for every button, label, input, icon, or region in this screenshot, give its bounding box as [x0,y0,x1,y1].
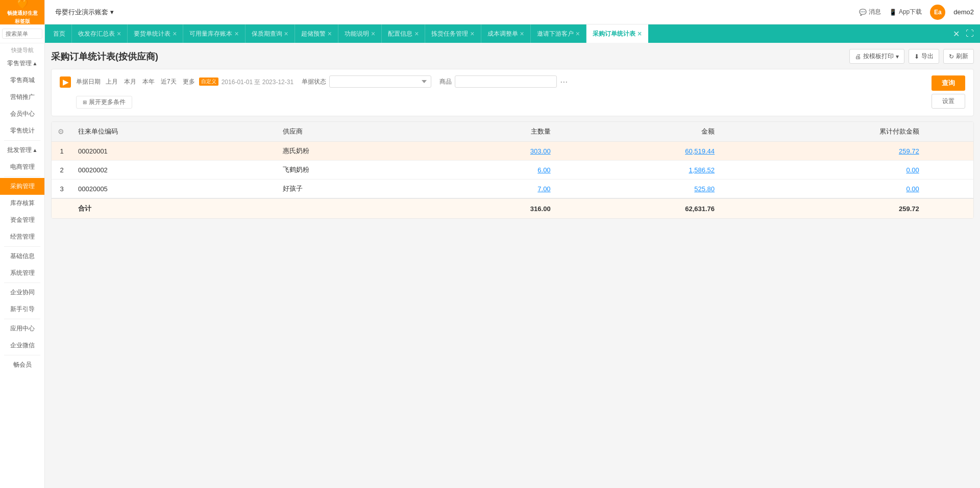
purchase-summary-table: ⚙ 往来单位编码 供应商 主数量 金额 累计付款金额 1 00020001 惠氏… [52,122,973,218]
sidebar-item-purchase[interactable]: 采购管理 [0,178,44,195]
refresh-button[interactable]: ↻ 刷新 [943,49,974,64]
sub-arrow-icon: ▲ [33,147,38,153]
app-download-label: App下载 [899,8,922,16]
cell-amount[interactable]: 60,519.44 [557,142,721,161]
close-tab-function_desc-icon[interactable]: × [371,30,375,37]
cell-paid[interactable]: 0.00 [721,161,925,179]
tab-label-config_info: 配置信息 [388,30,412,38]
close-all-tabs-icon[interactable]: ✕ [951,28,962,40]
collapse-filter-button[interactable]: ▶ [60,76,71,88]
sidebar-item-app-center[interactable]: 应用中心 [0,320,44,337]
workspace-selector[interactable]: 母婴行业演示账套 ▾ [51,6,118,19]
close-tab-invite_downstream-icon[interactable]: × [576,30,580,37]
close-tab-cost_adjust-icon[interactable]: × [520,30,524,37]
goods-more-options-icon[interactable]: ··· [560,77,568,86]
sidebar-item-finance[interactable]: 资金管理 [0,212,44,228]
sidebar-item-member-center[interactable]: 会员中心 [0,106,44,122]
tab-requisition_summary[interactable]: 要货单统计表× [128,24,183,43]
table-settings-icon[interactable]: ⚙ [58,127,64,136]
search-input[interactable] [2,29,42,39]
footer-empty3 [925,198,973,218]
sidebar-item-basic-info[interactable]: 基础信息 [0,248,44,265]
sidebar-item-ops-mgmt[interactable]: 经营管理 [0,228,44,245]
fullscreen-icon[interactable]: ⛶ [964,28,976,39]
sidebar-item-sys-mgmt[interactable]: 系统管理 [0,265,44,281]
cell-paid[interactable]: 0.00 [721,179,925,199]
cell-seq: 1 [52,142,72,161]
app-download-action[interactable]: 📱 App下载 [889,8,922,16]
message-label: 消息 [869,8,881,16]
shortcut-last-month[interactable]: 上月 [104,77,120,87]
tab-invite_downstream[interactable]: 邀请下游客户× [531,24,586,43]
goods-filter-input[interactable] [455,75,557,88]
shortcut-this-year[interactable]: 本年 [140,77,157,87]
tab-cost_adjust[interactable]: 成本调整单× [481,24,531,43]
user-name[interactable]: demo2 [953,8,974,16]
sidebar-item-wechat[interactable]: 企业微信 [0,337,44,354]
cell-amount[interactable]: 525.80 [557,179,721,199]
tab-pick_task[interactable]: 拣货任务管理× [425,24,481,43]
cell-amount[interactable]: 1,586.52 [557,161,721,179]
top-bar-left: 母婴行业演示账套 ▾ [51,6,118,19]
close-tab-receive_summary-icon[interactable]: × [117,30,121,37]
download-icon: 📱 [889,9,897,16]
date-shortcuts: 上月 本月 本年 近7天 更多 自定义 [104,77,218,87]
table-header-row: ⚙ 往来单位编码 供应商 主数量 金额 累计付款金额 [52,122,973,142]
col-settings: ⚙ [52,122,72,142]
shortcut-more[interactable]: 更多 [181,77,197,87]
sidebar-item-marketing[interactable]: 营销推广 [0,89,44,106]
close-tab-requisition_summary-icon[interactable]: × [173,30,177,37]
status-filter-select[interactable] [329,75,431,88]
tab-label-overstock_warning: 超储预警 [301,30,326,38]
avatar[interactable]: Ea [930,5,945,20]
shortcut-this-month[interactable]: 本月 [122,77,138,87]
cell-qty[interactable]: 303.00 [429,142,556,161]
tab-inventory_ledger[interactable]: 可用量库存账本× [183,24,245,43]
sidebar-item-retail-store[interactable]: 零售商城 [0,72,44,89]
refresh-icon: ↻ [949,53,954,60]
close-tab-pick_task-icon[interactable]: × [470,30,474,37]
cell-seq: 2 [52,161,72,179]
sidebar-item-label: 营销推广 [10,93,35,101]
sidebar-item-label: 企业微信 [10,341,35,350]
sidebar-item-inventory[interactable]: 库存核算 [0,195,44,212]
template-print-button[interactable]: 🖨 按模板打印 ▾ [849,49,904,64]
message-action[interactable]: 💬 消息 [859,8,881,16]
sidebar-item-enterprise[interactable]: 企业协同 [0,284,44,301]
goods-filter-label: 商品 [439,78,452,86]
close-tab-purchase_summary-icon[interactable]: × [638,30,642,37]
close-tab-expiry_query-icon[interactable]: × [284,30,288,37]
sidebar-divider [4,319,40,319]
tab-label-requisition_summary: 要货单统计表 [134,30,170,38]
sidebar-item-retail-mgmt[interactable]: 零售管理▲ [0,55,44,72]
query-button[interactable]: 查询 [932,75,965,91]
close-tab-overstock_warning-icon[interactable]: × [328,30,332,37]
sidebar-item-member[interactable]: 畅会员 [0,356,44,373]
tab-function_desc[interactable]: 功能说明× [338,24,382,43]
close-tab-inventory_ledger-icon[interactable]: × [234,30,238,37]
tab-config_info[interactable]: 配置信息× [382,24,425,43]
export-button[interactable]: ⬇ 导出 [909,49,939,64]
close-tab-config_info-icon[interactable]: × [414,30,419,37]
sidebar-item-ecommerce[interactable]: 电商管理 [0,159,44,175]
sidebar-item-new-guide[interactable]: 新手引导 [0,301,44,318]
shortcut-7days[interactable]: 近7天 [159,77,179,87]
cell-qty[interactable]: 7.00 [429,179,556,199]
cell-paid[interactable]: 259.72 [721,142,925,161]
sidebar-item-wholesale-mgmt[interactable]: 批发管理▲ [0,142,44,159]
tab-overstock_warning[interactable]: 超储预警× [295,24,338,43]
cell-supplier: 好孩子 [277,179,429,199]
expand-icon: ⊞ [83,99,87,105]
settings-button[interactable]: 设置 [932,94,965,109]
expand-filter-button[interactable]: ⊞ 展开更多条件 [76,96,132,109]
tab-purchase_summary[interactable]: 采购订单统计表× [586,24,648,43]
tab-expiry_query[interactable]: 保质期查询× [246,24,295,43]
tab-receive_summary[interactable]: 收发存汇总表× [72,24,128,43]
tab-label-invite_downstream: 邀请下游客户 [537,30,574,38]
cell-qty[interactable]: 6.00 [429,161,556,179]
sidebar-item-retail-stats[interactable]: 零售统计 [0,122,44,139]
table-footer-row: 合计 316.00 62,631.76 259.72 [52,198,973,218]
filter-row-1: 单据日期 上月 本月 本年 近7天 更多 自定义 2016-01-01 至 20… [76,75,932,88]
page-actions: 🖨 按模板打印 ▾ ⬇ 导出 ↻ 刷新 [849,49,974,64]
tab-home[interactable]: 首页 [47,24,72,43]
